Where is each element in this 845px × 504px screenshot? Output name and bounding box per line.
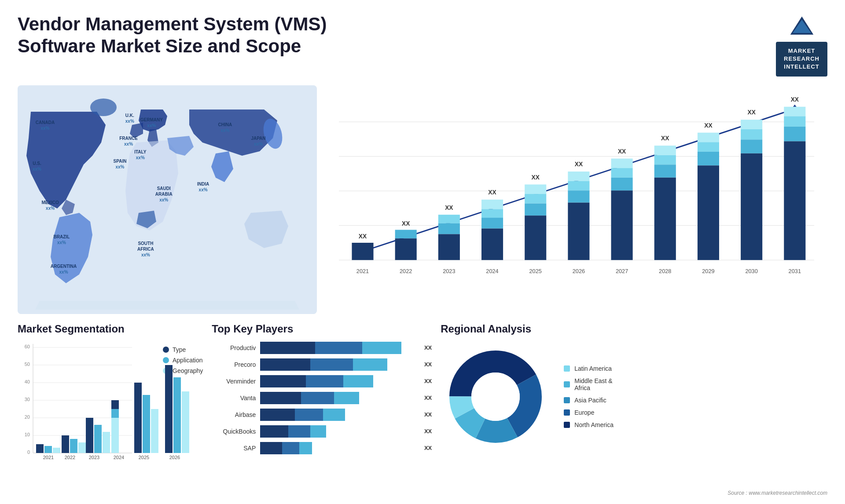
svg-text:2026: 2026	[169, 455, 180, 460]
svg-rect-66	[784, 106, 805, 116]
svg-rect-33	[525, 215, 546, 260]
svg-rect-12	[352, 243, 373, 260]
svg-rect-48	[654, 146, 676, 155]
player-name-venminder: Venminder	[212, 378, 256, 385]
bottom-section: Market Segmentation 60 50 40 30 20 10 0	[0, 314, 845, 503]
svg-rect-60	[741, 120, 762, 129]
country-uk: U.K. xx%	[125, 113, 134, 124]
legend-north-america: North America	[564, 421, 614, 428]
svg-rect-55	[698, 142, 719, 152]
regional-legend: Latin America Middle East &Africa Asia P…	[564, 365, 614, 428]
legend-asia-pacific: Asia Pacific	[564, 397, 614, 404]
svg-text:XX: XX	[661, 135, 669, 142]
svg-rect-93	[78, 442, 86, 453]
player-name-precoro: Precoro	[212, 361, 256, 368]
segmentation-chart-svg: 60 50 40 30 20 10 0	[18, 342, 132, 465]
svg-rect-89	[53, 448, 60, 453]
svg-rect-51	[654, 177, 676, 260]
list-item: Productiv XX	[212, 342, 432, 354]
svg-point-3	[90, 99, 117, 116]
svg-rect-108	[173, 377, 181, 453]
svg-text:2022: 2022	[400, 267, 412, 274]
svg-text:XX: XX	[704, 122, 713, 128]
svg-rect-20	[438, 223, 460, 234]
svg-text:30: 30	[25, 397, 30, 402]
logo-text: MARKET RESEARCH INTELLECT	[776, 42, 827, 77]
country-southafrica: SOUTH AFRICA xx%	[137, 241, 154, 258]
svg-rect-44	[611, 177, 633, 190]
svg-text:XX: XX	[618, 148, 626, 154]
country-italy: ITALY xx%	[134, 149, 146, 161]
country-china: CHINA xx%	[218, 122, 232, 133]
page-title: Vendor Management System (VMS) Software …	[18, 13, 361, 58]
source-text: Source : www.marketresearchintellect.com	[727, 490, 827, 496]
svg-text:2031: 2031	[789, 267, 801, 274]
svg-text:XX: XX	[402, 220, 410, 226]
svg-rect-69	[784, 141, 805, 260]
svg-point-116	[471, 373, 520, 421]
legend-europe: Europe	[564, 409, 614, 416]
svg-text:10: 10	[25, 432, 30, 437]
legend-asia-pacific-color	[564, 397, 570, 403]
svg-rect-36	[568, 172, 589, 181]
svg-rect-57	[698, 165, 719, 260]
svg-text:2025: 2025	[139, 455, 149, 460]
svg-text:XX: XX	[532, 174, 540, 180]
donut-chart	[441, 342, 551, 452]
list-item: Vanta XX	[212, 392, 432, 404]
svg-text:XX: XX	[488, 189, 496, 196]
svg-rect-95	[86, 418, 93, 453]
legend-europe-label: Europe	[574, 409, 594, 416]
svg-text:20: 20	[25, 414, 30, 420]
svg-text:2024: 2024	[114, 455, 124, 460]
svg-text:2024: 2024	[486, 267, 498, 274]
svg-rect-92	[70, 439, 77, 453]
svg-text:2025: 2025	[529, 267, 542, 274]
svg-rect-67	[784, 116, 805, 127]
player-bar-precoro	[260, 358, 417, 371]
country-saudi: SAUDI ARABIA xx%	[155, 186, 173, 203]
svg-rect-31	[525, 194, 546, 204]
svg-rect-42	[611, 158, 633, 168]
svg-text:2028: 2028	[659, 267, 671, 274]
player-value-quickbooks: XX	[424, 428, 432, 435]
svg-rect-16	[395, 238, 417, 260]
legend-mea-color	[564, 381, 570, 387]
svg-rect-101	[111, 418, 119, 453]
svg-rect-68	[784, 126, 805, 141]
svg-text:XX: XX	[747, 109, 756, 116]
legend-latin-america-color	[564, 365, 570, 372]
player-value-sap: XX	[424, 445, 432, 451]
legend-north-america-label: North America	[574, 421, 614, 428]
svg-rect-45	[611, 190, 633, 260]
svg-marker-1	[793, 20, 811, 33]
svg-text:2023: 2023	[89, 455, 99, 460]
svg-rect-25	[481, 209, 503, 218]
player-bar-productiv	[260, 342, 417, 354]
svg-text:2022: 2022	[65, 455, 75, 460]
bar-chart-svg: XX 2021 XX 2022 XX 2023 XX 2024	[339, 94, 814, 296]
country-france: FRANCE xx%	[119, 135, 138, 147]
svg-rect-32	[525, 203, 546, 215]
svg-text:60: 60	[25, 344, 30, 349]
svg-rect-107	[165, 365, 173, 453]
list-item: SAP XX	[212, 442, 432, 454]
player-value-productiv: XX	[424, 344, 432, 351]
legend-asia-pacific-label: Asia Pacific	[574, 397, 606, 404]
growth-chart-area: XX 2021 XX 2022 XX 2023 XX 2024	[326, 85, 827, 314]
svg-rect-19	[438, 215, 460, 223]
svg-text:XX: XX	[445, 205, 453, 211]
svg-text:2027: 2027	[616, 267, 628, 274]
country-spain: SPAIN xx%	[114, 158, 127, 170]
svg-text:XX: XX	[359, 233, 367, 240]
list-item: Airbase XX	[212, 409, 432, 421]
svg-rect-39	[568, 202, 589, 260]
legend-mea: Middle East &Africa	[564, 377, 614, 391]
key-players-title: Top Key Players	[212, 323, 432, 335]
svg-rect-49	[654, 155, 676, 164]
svg-rect-103	[134, 383, 142, 453]
player-value-precoro: XX	[424, 361, 432, 368]
player-value-venminder: XX	[424, 378, 432, 384]
svg-rect-87	[36, 444, 44, 453]
svg-rect-27	[481, 228, 503, 260]
